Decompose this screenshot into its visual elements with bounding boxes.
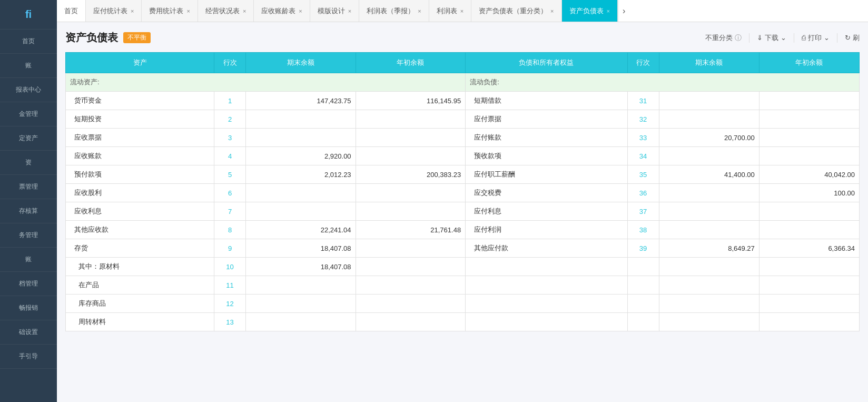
header-end-balance2: 期末余额 — [659, 53, 759, 73]
end-balance — [246, 202, 356, 221]
sidebar-item-tax[interactable]: 务管理 — [0, 223, 57, 248]
sidebar: fi 首页 账 报表中心 金管理 定资产 资 票管理 存核算 务管理 账 档管理… — [0, 0, 57, 402]
end-balance: 18,407.08 — [246, 239, 356, 258]
sidebar-item-ticket[interactable]: 票管理 — [0, 175, 57, 199]
download-icon: ⇓ — [757, 34, 763, 42]
sidebar-item-finance[interactable]: 金管理 — [0, 102, 57, 126]
download-btn[interactable]: ⇓ 下载 ⌄ — [757, 33, 786, 43]
end-balance2 — [659, 313, 759, 331]
liability-label — [466, 313, 627, 331]
close-tab-operation[interactable]: × — [243, 8, 246, 14]
no-reclassify-btn[interactable]: 不重分类 ⓘ — [705, 33, 742, 43]
sidebar-item-home[interactable]: 首页 — [0, 30, 57, 54]
row-number: 1 — [214, 92, 246, 110]
row-number: 9 — [214, 239, 246, 258]
table-row: 预付款项 5 2,012.23 200,383.23 应付职工薪酬 35 41,… — [66, 165, 860, 184]
asset-label: 短期投资 — [66, 110, 214, 129]
refresh-btn[interactable]: ↻ 刷 — [845, 33, 860, 43]
row-number: 2 — [214, 110, 246, 129]
sidebar-item-fixed-assets[interactable]: 定资产 — [0, 126, 57, 151]
header-row-num: 行次 — [214, 53, 246, 73]
close-tab-profit[interactable]: × — [460, 8, 463, 14]
header-year-start: 年初余额 — [356, 53, 466, 73]
tab-profit-q[interactable]: 利润表（季报） × — [359, 0, 429, 22]
liability-label: 应付利息 — [466, 202, 627, 221]
tab-expense-stat[interactable]: 费用统计表 × — [142, 0, 198, 22]
sidebar-item-account[interactable]: 账 — [0, 54, 57, 78]
sidebar-item-ledger[interactable]: 账 — [0, 248, 57, 272]
close-tab-ap-stat[interactable]: × — [131, 8, 134, 14]
sidebar-item-expense[interactable]: 畅报销 — [0, 296, 57, 320]
asset-label: 货币资金 — [66, 92, 214, 110]
print-btn[interactable]: ⎙ 打印 ⌄ — [802, 33, 830, 43]
end-balance: 2,012.23 — [246, 165, 356, 184]
tab-profit[interactable]: 利润表 × — [429, 0, 471, 22]
sidebar-item-archive[interactable]: 档管理 — [0, 272, 57, 296]
close-tab-bs[interactable]: × — [607, 8, 610, 14]
row-number: 4 — [214, 147, 246, 165]
header-year-start2: 年初余额 — [759, 53, 859, 73]
chevron-down-icon: ⌄ — [781, 34, 786, 42]
liability-label: 应付职工薪酬 — [466, 165, 627, 184]
asset-label: 应收票据 — [66, 129, 214, 147]
end-balance2 — [659, 184, 759, 202]
tab-bs-reclassify[interactable]: 资产负债表（重分类） × — [471, 0, 561, 22]
close-tab-expense-stat[interactable]: × — [186, 8, 190, 14]
table-row: 其中：原材料 10 18,407.08 — [66, 258, 860, 276]
year-start2 — [759, 313, 859, 331]
close-tab-bs-reclassify[interactable]: × — [550, 8, 554, 14]
tab-bar: 首页 应付统计表 × 费用统计表 × 经营状况表 × 应收账龄表 × 模版设计 … — [57, 0, 868, 22]
table-row: 其他应收款 8 22,241.04 21,761.48 应付利润 38 — [66, 221, 860, 239]
close-tab-template[interactable]: × — [348, 8, 351, 14]
tab-bs[interactable]: 资产负债表 × — [562, 0, 618, 22]
row-number: 12 — [214, 295, 246, 313]
asset-label: 应收股利 — [66, 184, 214, 202]
tab-template[interactable]: 模版设计 × — [310, 0, 359, 22]
end-balance2 — [659, 147, 759, 165]
year-start — [356, 184, 466, 202]
tab-operation[interactable]: 经营状况表 × — [198, 0, 254, 22]
asset-label: 应收账款 — [66, 147, 214, 165]
sidebar-item-inventory[interactable]: 存核算 — [0, 199, 57, 223]
liability-label — [466, 276, 627, 295]
asset-label: 其他应收款 — [66, 221, 214, 239]
end-balance: 18,407.08 — [246, 258, 356, 276]
year-start — [356, 110, 466, 129]
tab-home[interactable]: 首页 — [57, 0, 86, 22]
close-tab-profit-q[interactable]: × — [418, 8, 421, 14]
end-balance2: 41,400.00 — [659, 165, 759, 184]
year-start: 116,145.95 — [356, 92, 466, 110]
balance-sheet-table: 资产 行次 期末余额 年初余额 负债和所有者权益 行次 期末余额 年初余额 流动… — [65, 52, 860, 331]
end-balance2: 20,700.00 — [659, 129, 759, 147]
sidebar-item-settings[interactable]: 础设置 — [0, 320, 57, 345]
tab-ap-stat[interactable]: 应付统计表 × — [86, 0, 142, 22]
sidebar-item-report-center[interactable]: 报表中心 — [0, 78, 57, 102]
sidebar-item-guide[interactable]: 手引导 — [0, 345, 57, 369]
divider-3 — [837, 33, 837, 43]
year-start: 21,761.48 — [356, 221, 466, 239]
end-balance — [246, 110, 356, 129]
year-start2 — [759, 202, 859, 221]
category-liability: 流动负债: — [466, 73, 860, 92]
row-number2: 33 — [627, 129, 659, 147]
year-start — [356, 276, 466, 295]
end-balance: 22,241.04 — [246, 221, 356, 239]
year-start2: 6,366.34 — [759, 239, 859, 258]
row-number2: 35 — [627, 165, 659, 184]
year-start2: 100.00 — [759, 184, 859, 202]
year-start — [356, 313, 466, 331]
year-start: 200,383.23 — [356, 165, 466, 184]
close-tab-ar-aging[interactable]: × — [299, 8, 302, 14]
table-row: 库存商品 12 — [66, 295, 860, 313]
tab-ar-aging[interactable]: 应收账龄表 × — [254, 0, 310, 22]
divider-1 — [749, 33, 749, 43]
tab-scroll-right[interactable]: › — [618, 0, 629, 22]
table-row: 应收票据 3 应付账款 33 20,700.00 — [66, 129, 860, 147]
asset-label: 在产品 — [66, 276, 214, 295]
year-start — [356, 239, 466, 258]
end-balance2: 8,649.27 — [659, 239, 759, 258]
page-header: 资产负债表 不平衡 不重分类 ⓘ ⇓ 下载 ⌄ ⎙ 打印 ⌄ — [65, 31, 860, 45]
sidebar-item-capital[interactable]: 资 — [0, 151, 57, 175]
row-number: 10 — [214, 258, 246, 276]
row-number2 — [627, 276, 659, 295]
